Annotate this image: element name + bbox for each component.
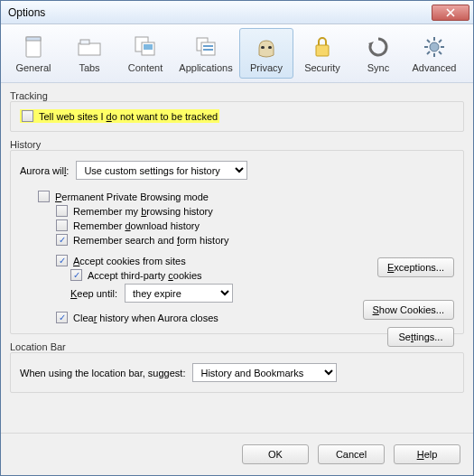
checkbox-icon bbox=[56, 255, 68, 266]
close-icon bbox=[446, 8, 455, 17]
svg-rect-6 bbox=[144, 44, 153, 50]
svg-rect-12 bbox=[268, 46, 272, 49]
dnt-highlight: Tell web sites I do not want to be track… bbox=[20, 109, 219, 123]
tab-sync-label: Sync bbox=[367, 62, 389, 73]
third-party-cookies-checkbox[interactable]: Accept third-party cookies bbox=[70, 269, 202, 281]
tab-privacy[interactable]: Privacy bbox=[239, 28, 293, 79]
remember-download-checkbox[interactable]: Remember download history bbox=[56, 219, 200, 231]
tracking-group: Tracking Tell web sites I do not want to… bbox=[10, 90, 464, 132]
help-button[interactable]: Help bbox=[394, 444, 460, 464]
options-window: Options General Tabs Content Application… bbox=[0, 0, 474, 476]
tab-security[interactable]: Security bbox=[295, 28, 349, 79]
checkbox-icon bbox=[38, 191, 50, 202]
show-cookies-button[interactable]: Show Cookies... bbox=[363, 300, 455, 320]
tab-tabs[interactable]: Tabs bbox=[62, 28, 116, 79]
ok-button[interactable]: OK bbox=[242, 444, 309, 464]
tab-applications-label: Applications bbox=[179, 62, 232, 73]
general-icon bbox=[21, 34, 46, 60]
checkbox-icon bbox=[56, 312, 68, 323]
security-icon bbox=[310, 34, 335, 60]
svg-rect-10 bbox=[203, 45, 213, 47]
svg-rect-13 bbox=[316, 45, 329, 56]
remember-download-label: Remember download history bbox=[73, 220, 200, 231]
tab-general-label: General bbox=[15, 62, 51, 73]
locationbar-suggest-label: When using the location bar, suggest: bbox=[20, 368, 185, 378]
svg-rect-2 bbox=[79, 43, 100, 55]
history-label: History bbox=[10, 139, 464, 150]
clear-settings-button[interactable]: Settings... bbox=[387, 327, 454, 347]
tab-content-label: Content bbox=[128, 62, 163, 73]
svg-rect-11 bbox=[261, 46, 265, 49]
checkbox-icon bbox=[56, 205, 68, 217]
svg-rect-1 bbox=[26, 37, 41, 41]
tab-privacy-label: Privacy bbox=[250, 62, 283, 73]
advanced-icon bbox=[422, 34, 447, 60]
close-button[interactable] bbox=[432, 5, 469, 21]
keep-until-label: Keep until: bbox=[70, 288, 117, 299]
tab-security-label: Security bbox=[304, 62, 340, 73]
content-area: Tracking Tell web sites I do not want to… bbox=[1, 83, 473, 433]
svg-line-22 bbox=[427, 51, 430, 54]
clear-on-close-label: Clear history when Aurora closes bbox=[73, 313, 218, 323]
checkbox-icon bbox=[56, 219, 68, 231]
locationbar-group: Location Bar When using the location bar… bbox=[10, 341, 464, 393]
remember-form-label: Remember search and form history bbox=[73, 235, 228, 246]
tab-tabs-label: Tabs bbox=[79, 62, 99, 73]
checkbox-icon bbox=[56, 234, 68, 246]
accept-cookies-checkbox[interactable]: Accept cookies from sites bbox=[56, 255, 186, 266]
remember-browsing-checkbox[interactable]: Remember my browsing history bbox=[56, 205, 213, 217]
content-icon bbox=[133, 34, 158, 60]
tab-sync[interactable]: Sync bbox=[351, 28, 405, 79]
svg-rect-9 bbox=[203, 49, 213, 51]
locationbar-suggest-select[interactable]: History and BookmarksHistoryBookmarksNot… bbox=[192, 363, 337, 382]
dnt-checkbox[interactable]: Tell web sites I do not want to be track… bbox=[22, 110, 218, 122]
category-toolbar: General Tabs Content Applications Privac… bbox=[1, 24, 473, 83]
sync-icon bbox=[366, 34, 391, 60]
aurora-will-label: Aurora will: bbox=[20, 165, 69, 176]
ppb-checkbox[interactable]: Permanent Private Browsing mode bbox=[38, 191, 209, 202]
third-party-cookies-label: Accept third-party cookies bbox=[88, 270, 202, 281]
tab-content[interactable]: Content bbox=[118, 28, 172, 79]
svg-line-20 bbox=[439, 51, 441, 54]
checkbox-icon bbox=[22, 110, 33, 122]
remember-form-checkbox[interactable]: Remember search and form history bbox=[56, 234, 228, 246]
history-mode-select[interactable]: Remember historyNever remember historyUs… bbox=[76, 161, 247, 180]
titlebar: Options bbox=[1, 1, 473, 24]
window-title: Options bbox=[5, 6, 432, 19]
tabs-icon bbox=[77, 34, 102, 60]
tab-advanced[interactable]: Advanced bbox=[407, 28, 461, 79]
privacy-icon bbox=[254, 34, 279, 60]
cancel-button[interactable]: Cancel bbox=[318, 444, 385, 464]
checkbox-icon bbox=[70, 269, 82, 281]
keep-until-select[interactable]: they expireI close Auroraask me every ti… bbox=[125, 284, 233, 303]
tracking-label: Tracking bbox=[10, 90, 464, 101]
svg-rect-3 bbox=[80, 40, 89, 44]
ppb-label: Permanent Private Browsing mode bbox=[55, 191, 209, 202]
history-group: History Aurora will: Remember historyNev… bbox=[10, 139, 464, 334]
applications-icon bbox=[193, 34, 218, 60]
svg-point-14 bbox=[430, 42, 439, 51]
tab-advanced-label: Advanced bbox=[413, 62, 457, 73]
svg-line-21 bbox=[439, 40, 441, 42]
accept-cookies-label: Accept cookies from sites bbox=[73, 256, 186, 266]
dialog-footer: OK Cancel Help bbox=[1, 433, 473, 475]
remember-browsing-label: Remember my browsing history bbox=[73, 206, 213, 217]
svg-line-19 bbox=[427, 40, 430, 42]
tab-applications[interactable]: Applications bbox=[174, 28, 237, 79]
exceptions-button[interactable]: Exceptions... bbox=[377, 257, 454, 277]
clear-on-close-checkbox[interactable]: Clear history when Aurora closes bbox=[56, 312, 218, 323]
tab-general[interactable]: General bbox=[6, 28, 60, 79]
dnt-label: Tell web sites I do not want to be track… bbox=[39, 111, 218, 122]
